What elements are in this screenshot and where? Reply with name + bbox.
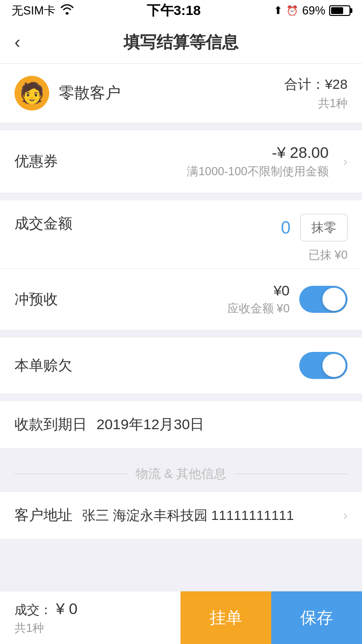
bottom-bar: 成交： ¥ 0 共1种 挂单 保存 xyxy=(0,591,362,644)
deal-prepay-section: 成交金额 0 抹零 已抹 ¥0 冲预收 ¥0 应收金额 ¥0 xyxy=(0,200,362,330)
bottom-deal-label: 成交： xyxy=(14,602,52,618)
address-label: 客户地址 xyxy=(14,505,72,525)
due-date-row: 收款到期日 2019年12月30日 xyxy=(14,415,348,434)
coupon-description: 满1000-100不限制使用金额 xyxy=(187,164,328,179)
location-icon: ⬆ xyxy=(274,4,282,17)
status-bar-left: 无SIM卡 xyxy=(12,3,74,18)
save-button[interactable]: 保存 xyxy=(271,591,362,644)
round-zero-button[interactable]: 抹零 xyxy=(300,214,348,241)
status-bar: 无SIM卡 下午3:18 ⬆ ⏰ 69% xyxy=(0,0,362,21)
customer-avatar: 🧑 xyxy=(14,76,49,111)
customer-name: 零散客户 xyxy=(59,83,121,104)
address-chevron-icon: › xyxy=(343,508,348,523)
due-date-section: 收款到期日 2019年12月30日 xyxy=(0,401,362,448)
coupon-discount: -¥ 28.00 xyxy=(187,144,328,162)
wifi-icon xyxy=(60,4,74,17)
coupon-row[interactable]: 优惠券 -¥ 28.00 满1000-100不限制使用金额 › xyxy=(0,130,362,193)
coupon-label: 优惠券 xyxy=(14,152,58,171)
coupon-right: -¥ 28.00 满1000-100不限制使用金额 xyxy=(187,144,328,179)
debt-row: 本单赊欠 xyxy=(0,337,362,393)
coupon-value-group: -¥ 28.00 满1000-100不限制使用金额 › xyxy=(187,144,348,179)
alarm-icon: ⏰ xyxy=(286,5,298,16)
logistics-label-text: 物流 & 其他信息 xyxy=(136,465,226,482)
divider-line-right xyxy=(234,474,348,474)
nav-bar: ‹ 填写结算等信息 xyxy=(0,21,362,64)
prepay-row: 冲预收 ¥0 应收金额 ¥0 xyxy=(0,269,362,330)
battery-fill xyxy=(331,7,343,14)
toggle-knob xyxy=(322,288,346,311)
due-date-label: 收款到期日 xyxy=(14,415,87,434)
pending-button[interactable]: 挂单 xyxy=(181,591,271,644)
page-title: 填写结算等信息 xyxy=(124,31,238,54)
no-sim-text: 无SIM卡 xyxy=(12,3,56,18)
customer-count: 共1种 xyxy=(284,96,348,111)
debt-label: 本单赊欠 xyxy=(14,356,72,376)
status-bar-time: 下午3:18 xyxy=(147,1,201,20)
debt-section: 本单赊欠 xyxy=(0,337,362,393)
bottom-deal-amount: ¥ 0 xyxy=(56,600,77,618)
customer-section: 🧑 零散客户 合计：¥28 共1种 xyxy=(0,64,362,123)
coupon-section: 优惠券 -¥ 28.00 满1000-100不限制使用金额 › xyxy=(0,130,362,193)
status-bar-right: ⬆ ⏰ 69% xyxy=(274,4,350,17)
bottom-summary: 成交： ¥ 0 共1种 xyxy=(0,600,181,636)
coupon-chevron-icon: › xyxy=(343,154,348,169)
address-row[interactable]: 客户地址 张三 海淀永丰科技园 11111111111 › xyxy=(0,492,362,539)
content: 🧑 零散客户 合计：¥28 共1种 优惠券 -¥ 28.00 满1000-100… xyxy=(0,64,362,597)
battery-icon xyxy=(329,5,350,16)
customer-info-right: 合计：¥28 共1种 xyxy=(284,75,348,111)
deal-amount-label: 成交金额 xyxy=(14,214,72,234)
battery-percent: 69% xyxy=(302,4,325,17)
prepay-toggle[interactable] xyxy=(299,286,348,313)
back-button[interactable]: ‹ xyxy=(14,32,20,53)
prepay-receivable: 应收金额 ¥0 xyxy=(227,301,290,316)
avatar-icon: 🧑 xyxy=(19,83,44,103)
zeroed-label: 已抹 ¥0 xyxy=(308,247,348,263)
bottom-btn-group: 挂单 保存 xyxy=(181,591,362,644)
due-date-value: 2019年12月30日 xyxy=(97,415,204,434)
debt-toggle-knob xyxy=(322,354,346,377)
address-section: 客户地址 张三 海淀永丰科技园 11111111111 › xyxy=(0,492,362,539)
address-value: 张三 海淀永丰科技园 11111111111 xyxy=(82,506,329,525)
deal-amount-value[interactable]: 0 xyxy=(262,218,291,238)
divider-line-left xyxy=(14,474,128,474)
customer-info-left: 🧑 零散客户 xyxy=(14,76,121,111)
logistics-divider-label: 物流 & 其他信息 xyxy=(0,465,362,482)
prepay-label: 冲预收 xyxy=(14,290,58,309)
debt-toggle[interactable] xyxy=(299,352,348,379)
customer-total: 合计：¥28 xyxy=(284,75,348,94)
prepay-amount: ¥0 xyxy=(227,282,290,299)
bottom-deal-count: 共1种 xyxy=(14,620,166,636)
deal-amount-row: 成交金额 0 抹零 已抹 ¥0 xyxy=(0,200,362,269)
logistics-divider-section: 物流 & 其他信息 xyxy=(0,456,362,492)
